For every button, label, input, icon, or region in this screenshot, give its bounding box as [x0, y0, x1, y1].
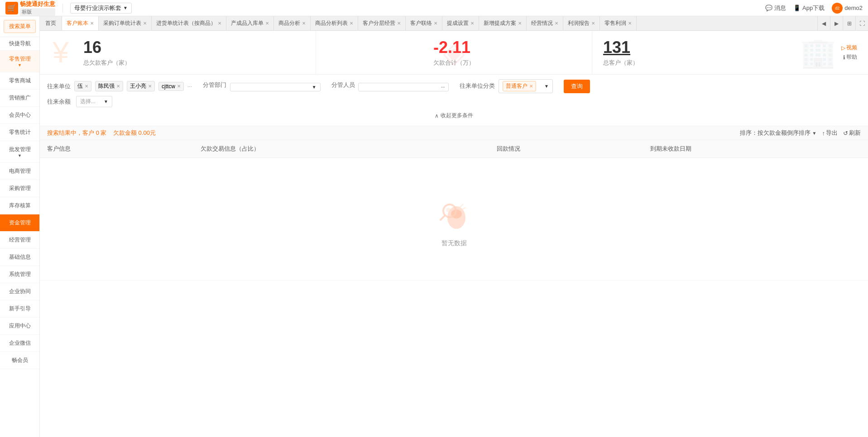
sidebar-item-wholesale[interactable]: 批发管理 ▼ [0, 141, 39, 163]
filter-dept-area: 分管部门 ▼ [203, 81, 321, 91]
tab-label: 客户分层经营 [363, 19, 395, 27]
tab-profit-report[interactable]: 利润报告 ✕ [563, 16, 600, 31]
tab-close-icon[interactable]: ✕ [397, 21, 401, 26]
stat-label-customers: 总欠款客户（家） [83, 59, 130, 67]
tab-account-book[interactable]: 客户账本 ✕ [62, 16, 99, 31]
sidebar-item-retail[interactable]: 零售管理 ▼ [0, 51, 39, 72]
filter-row-balance: 往来余额 选择... ▼ [47, 96, 861, 107]
tab-close-icon[interactable]: ✕ [628, 21, 632, 26]
filter-category-area: 往来单位分类 普通客户 ✕ ▼ [460, 79, 553, 93]
col-overdue-info: 欠款交易信息（占比） [193, 140, 489, 158]
filter-tag-unit2: 陈民强 ✕ [95, 81, 123, 91]
filter-person-select[interactable]: ··· [358, 83, 449, 91]
sidebar-item-member-vip[interactable]: 畅会员 [0, 352, 39, 369]
tab-close-icon[interactable]: ✕ [90, 21, 94, 26]
app-download-btn[interactable]: 📱 App下载 [793, 4, 825, 12]
tab-close-icon[interactable]: ✕ [143, 21, 147, 26]
tab-label: 新增提成方案 [484, 19, 516, 27]
message-btn[interactable]: 💬 消息 [765, 4, 786, 12]
sidebar-item-marketing[interactable]: 营销推广 [0, 90, 39, 107]
tab-home[interactable]: 首页 [40, 16, 62, 31]
filter-more-btn[interactable]: ··· [187, 83, 192, 90]
tab-retail-profit[interactable]: 零售利润 ✕ [600, 16, 637, 31]
sidebar-item-enterprise-collab[interactable]: 企业协同 [0, 283, 39, 300]
sidebar-item-purchase[interactable]: 采购管理 [0, 180, 39, 197]
sidebar: 搜索菜单 快捷导航 零售管理 ▼ 零售商城 营销推广 会员中心 零售统计 批发管… [0, 16, 40, 437]
filter-tag-close[interactable]: ✕ [177, 84, 181, 89]
sidebar-item-system[interactable]: 系统管理 [0, 266, 39, 283]
collapse-label: 收起更多条件 [441, 112, 473, 119]
chevron-down-icon: ▼ [123, 5, 128, 10]
sidebar-item-label: 新手引导 [9, 305, 31, 312]
sort-select[interactable]: 排序：按欠款金额倒序排序 ▼ [740, 129, 817, 137]
stats-row: ¥ 16 总欠款客户（家） ◈ -2.11 欠款合计（万） 🏢 [40, 31, 868, 75]
sidebar-item-retail-mall[interactable]: 零售商城 [0, 72, 39, 90]
tab-close-icon[interactable]: ✕ [265, 21, 269, 26]
stat-card-customers: ¥ 16 总欠款客户（家） [40, 31, 316, 74]
chevron-down-icon: ▼ [812, 131, 817, 136]
tab-close-icon[interactable]: ✕ [470, 21, 474, 26]
phone-icon: 📱 [793, 5, 801, 11]
sidebar-item-member[interactable]: 会员中心 [0, 107, 39, 124]
stat-card-total: 🏢 131 总客户（家） ▷ 视频 ℹ 帮助 [592, 31, 868, 74]
tab-close-icon[interactable]: ✕ [434, 21, 437, 26]
tab-expand-btn[interactable]: ⊞ [843, 16, 855, 31]
sidebar-item-ecommerce[interactable]: 电商管理 [0, 163, 39, 180]
more-icon: ··· [441, 85, 445, 90]
stat-icon-money: ¥ [47, 39, 74, 66]
tab-customer-contact[interactable]: 客户联络 ✕ [406, 16, 442, 31]
sidebar-item-app-center[interactable]: 应用中心 [0, 318, 39, 335]
stat-number-total: 131 [603, 38, 638, 57]
help-btn[interactable]: ℹ 帮助 [843, 53, 857, 61]
tab-close-icon[interactable]: ✕ [518, 21, 522, 26]
search-menu-button[interactable]: 搜索菜单 [4, 20, 36, 33]
filter-balance-select[interactable]: 选择... ▼ [76, 96, 112, 107]
tab-close-icon[interactable]: ✕ [591, 21, 595, 26]
tab-product-analysis-list[interactable]: 商品分析列表 ✕ [311, 16, 358, 31]
sidebar-item-newbie[interactable]: 新手引导 [0, 300, 39, 318]
tab-product-in[interactable]: 产成品入库单 ✕ [226, 16, 274, 31]
tab-close-icon[interactable]: ✕ [555, 21, 558, 26]
filter-tag-close[interactable]: ✕ [148, 84, 152, 89]
tab-right-btn[interactable]: ▶ [830, 16, 843, 31]
query-button[interactable]: 查询 [564, 80, 590, 93]
sidebar-item-inventory[interactable]: 库存核算 [0, 197, 39, 214]
tab-purchase-stats[interactable]: 采购订单统计表 ✕ [99, 16, 152, 31]
tab-bar: 首页 客户账本 ✕ 采购订单统计表 ✕ 进货单统计表（按商品） ✕ 产成品入库单… [40, 16, 868, 31]
filter-tag-close[interactable]: ✕ [85, 84, 88, 89]
tab-close-icon[interactable]: ✕ [350, 21, 353, 26]
tab-product-analysis[interactable]: 商品分析 ✕ [274, 16, 311, 31]
right-panel: 首页 客户账本 ✕ 采购订单统计表 ✕ 进货单统计表（按商品） ✕ 产成品入库单… [40, 16, 868, 437]
filter-category-select[interactable]: 普通客户 ✕ ▼ [499, 79, 553, 93]
filter-tag-close[interactable]: ✕ [116, 84, 120, 89]
tab-close-icon[interactable]: ✕ [218, 21, 221, 26]
sidebar-item-enterprise-wechat[interactable]: 企业微信 [0, 335, 39, 352]
tab-fullscreen-btn[interactable]: ⛶ [855, 16, 868, 31]
suite-selector[interactable]: 母婴行业演示帐套 ▼ [70, 3, 132, 14]
tab-left-btn[interactable]: ◀ [817, 16, 830, 31]
sidebar-item-operations[interactable]: 经营管理 [0, 232, 39, 249]
tab-commission-settings[interactable]: 提成设置 ✕ [442, 16, 479, 31]
tab-purchase-stats-product[interactable]: 进货单统计表（按商品） ✕ [152, 16, 226, 31]
export-btn[interactable]: ↑ 导出 [822, 129, 838, 137]
user-area[interactable]: d2 demo2 [832, 3, 863, 14]
tab-customer-tier[interactable]: 客户分层经营 ✕ [358, 16, 406, 31]
tab-close-icon[interactable]: ✕ [302, 21, 306, 26]
quick-nav-button[interactable]: 快捷导航 [0, 37, 39, 51]
tab-label: 进货单统计表（按商品） [156, 19, 216, 27]
category-tag-close[interactable]: ✕ [529, 84, 533, 89]
col-due-date: 到期未收款日期 [643, 140, 868, 158]
filter-collapse-btn[interactable]: ∧ 收起更多条件 [47, 110, 861, 121]
message-icon: 💬 [765, 5, 772, 11]
sidebar-item-basic-info[interactable]: 基础信息 [0, 249, 39, 266]
sidebar-item-label: 应用中心 [9, 323, 31, 329]
video-btn[interactable]: ▷ 视频 [841, 44, 857, 52]
sidebar-item-retail-stats[interactable]: 零售统计 [0, 124, 39, 141]
refresh-btn[interactable]: ↺ 刷新 [843, 129, 861, 137]
tab-new-commission[interactable]: 新增提成方案 ✕ [479, 16, 527, 31]
tab-operations[interactable]: 经营情况 ✕ [527, 16, 563, 31]
sidebar-item-label: 企业协同 [9, 288, 31, 294]
filter-dept-select[interactable]: ▼ [230, 83, 321, 91]
stat-icon-building: 🏢 [805, 39, 832, 66]
sidebar-item-finance[interactable]: 资金管理 [0, 214, 39, 232]
